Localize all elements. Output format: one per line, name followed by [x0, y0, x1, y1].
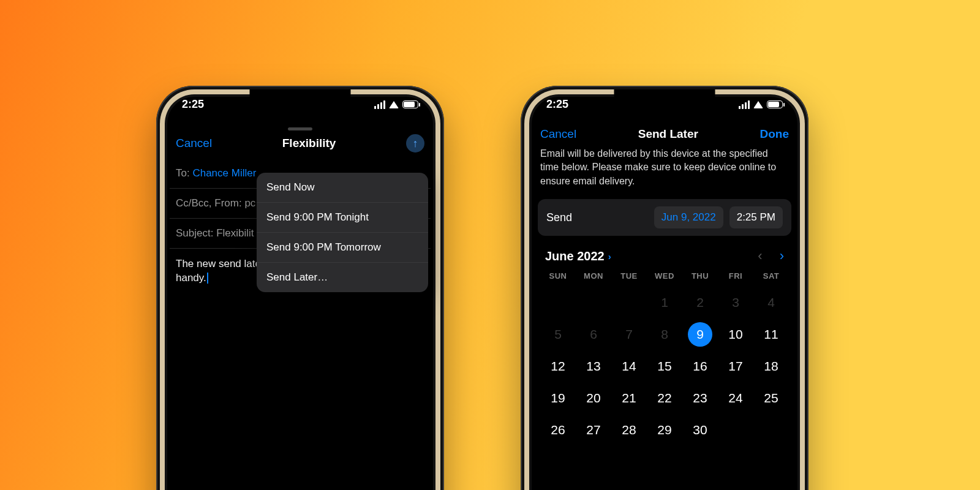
wifi-icon — [753, 101, 763, 108]
status-time: 2:25 — [546, 98, 568, 111]
next-month-button[interactable]: › — [780, 248, 784, 264]
compose-title: Flexibility — [282, 137, 336, 150]
calendar-day[interactable]: 10 — [718, 318, 753, 350]
notch — [614, 89, 715, 109]
ccbcc-value: pc — [244, 197, 255, 209]
screen-right: 2:25 Cancel Send Later Done Email will b… — [524, 89, 805, 490]
calendar-day[interactable]: 14 — [611, 350, 647, 382]
menu-send-tonight[interactable]: Send 9:00 PM Tonight — [257, 203, 428, 233]
calendar-header: June 2022 › ‹ › — [534, 236, 795, 268]
phone-left: 2:25 Cancel Flexibility ↑ To: Chance Mil… — [156, 86, 444, 490]
calendar-day[interactable]: 19 — [540, 382, 576, 414]
calendar-day[interactable]: 27 — [576, 414, 611, 446]
subject-label: Subject: — [176, 227, 213, 239]
dow-fri: FRI — [718, 271, 753, 281]
calendar-day — [753, 414, 789, 446]
calendar-day[interactable]: 6 — [576, 318, 611, 350]
compose-sheet: Cancel Flexibility ↑ To: Chance Miller C… — [170, 124, 431, 490]
dow-thu: THU — [682, 271, 718, 281]
send-menu-popover: Send Now Send 9:00 PM Tonight Send 9:00 … — [257, 173, 428, 292]
calendar-day[interactable]: 21 — [611, 382, 647, 414]
subject-value: Flexibilit — [216, 227, 254, 239]
screen-left: 2:25 Cancel Flexibility ↑ To: Chance Mil… — [160, 89, 440, 490]
compose-navbar: Cancel Flexibility ↑ — [170, 130, 431, 159]
dow-tue: TUE — [611, 271, 647, 281]
calendar-day[interactable]: 4 — [753, 287, 789, 318]
signal-icon — [739, 100, 750, 109]
calendar-day[interactable]: 11 — [753, 318, 789, 350]
to-label: To: — [176, 167, 190, 179]
battery-icon — [402, 100, 418, 108]
month-picker[interactable]: June 2022 › — [545, 249, 611, 263]
weekday-header: SUN MON TUE WED THU FRI SAT — [534, 268, 795, 287]
calendar-day[interactable]: 7 — [611, 318, 647, 350]
phone-right: 2:25 Cancel Send Later Done Email will b… — [521, 86, 809, 490]
to-value[interactable]: Chance Miller — [192, 167, 256, 179]
status-icons — [739, 100, 783, 109]
signal-icon — [374, 100, 385, 109]
send-later-sheet: Cancel Send Later Done Email will be del… — [534, 124, 795, 490]
send-later-navbar: Cancel Send Later Done — [534, 124, 795, 147]
calendar-day — [611, 287, 647, 318]
calendar-day[interactable]: 5 — [540, 318, 576, 350]
dow-wed: WED — [647, 271, 682, 281]
chevron-right-icon: › — [608, 251, 611, 262]
text-cursor — [207, 273, 208, 284]
send-later-title: Send Later — [638, 127, 698, 141]
dow-mon: MON — [576, 271, 611, 281]
menu-send-later[interactable]: Send Later… — [257, 263, 428, 292]
dow-sat: SAT — [753, 271, 789, 281]
calendar-day[interactable]: 17 — [718, 350, 753, 382]
calendar-day — [540, 287, 576, 318]
send-later-description: Email will be delivered by this device a… — [534, 147, 795, 199]
time-chip[interactable]: 2:25 PM — [729, 206, 783, 228]
calendar-day[interactable]: 18 — [753, 350, 789, 382]
calendar-day[interactable]: 30 — [682, 414, 718, 446]
calendar-day[interactable]: 23 — [682, 382, 718, 414]
wifi-icon — [389, 101, 399, 108]
calendar-day[interactable]: 2 — [682, 287, 718, 318]
cancel-button[interactable]: Cancel — [540, 127, 576, 141]
calendar-day[interactable]: 12 — [540, 350, 576, 382]
dow-sun: SUN — [540, 271, 576, 281]
calendar-day[interactable]: 25 — [753, 382, 789, 414]
menu-send-now[interactable]: Send Now — [257, 173, 428, 203]
calendar-day[interactable]: 15 — [647, 350, 682, 382]
send-button[interactable]: ↑ — [406, 134, 424, 153]
send-label: Send — [546, 211, 648, 224]
calendar-day[interactable]: 13 — [576, 350, 611, 382]
calendar-day[interactable]: 3 — [718, 287, 753, 318]
date-chip[interactable]: Jun 9, 2022 — [654, 206, 723, 228]
done-button[interactable]: Done — [760, 127, 789, 141]
prev-month-button[interactable]: ‹ — [758, 248, 762, 264]
calendar-day[interactable]: 9 — [682, 318, 718, 350]
calendar-day[interactable]: 16 — [682, 350, 718, 382]
notch — [250, 89, 351, 109]
calendar-day — [576, 287, 611, 318]
calendar-day[interactable]: 28 — [611, 414, 647, 446]
cancel-button[interactable]: Cancel — [176, 137, 212, 150]
calendar-day[interactable]: 20 — [576, 382, 611, 414]
calendar-day[interactable]: 26 — [540, 414, 576, 446]
calendar-day[interactable]: 22 — [647, 382, 682, 414]
arrow-up-icon: ↑ — [412, 137, 418, 150]
calendar-grid: 1234567891011121314151617181920212223242… — [534, 287, 795, 446]
calendar-day[interactable]: 29 — [647, 414, 682, 446]
battery-icon — [767, 100, 783, 108]
calendar-day[interactable]: 24 — [718, 382, 753, 414]
send-schedule-row: Send Jun 9, 2022 2:25 PM — [538, 199, 791, 236]
month-label: June 2022 — [545, 249, 605, 263]
calendar-day[interactable]: 1 — [647, 287, 682, 318]
status-time: 2:25 — [182, 98, 204, 111]
menu-send-tomorrow[interactable]: Send 9:00 PM Tomorrow — [257, 233, 428, 263]
status-icons — [374, 100, 418, 109]
ccbcc-label: Cc/Bcc, From: — [176, 197, 242, 209]
calendar-day — [718, 414, 753, 446]
calendar-day[interactable]: 8 — [647, 318, 682, 350]
